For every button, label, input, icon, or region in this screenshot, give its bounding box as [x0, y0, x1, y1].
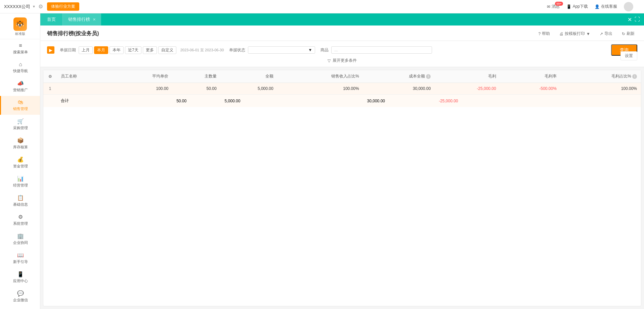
col-cost: 成本全额 i [363, 70, 435, 83]
purchase-icon: 🛒 [17, 118, 24, 124]
date-btn-more[interactable]: 更多 [143, 46, 157, 54]
date-btn-custom[interactable]: 自定义 [158, 46, 176, 54]
sidebar-item-inventory[interactable]: 📦 库存核算 [0, 134, 40, 153]
refresh-button[interactable]: ↻ 刷新 [619, 30, 637, 38]
cell-rank: 1 [43, 83, 57, 95]
app-center-icon: 📱 [17, 271, 24, 277]
settings-button[interactable]: 设置 [620, 51, 637, 60]
sidebar-item-search-order[interactable]: ≡ 搜索菜单 [0, 39, 40, 58]
online-service-label: 在线客服 [601, 4, 617, 9]
table-body: 1 100.00 50.00 5,000.00 100.00% 30,000.0… [43, 83, 641, 95]
sidebar-item-operations[interactable]: 📊 经营管理 [0, 172, 40, 191]
sidebar-item-purchase[interactable]: 🛒 采购管理 [0, 115, 40, 134]
company-selector[interactable]: XXXXXX公司 ▼ [4, 4, 36, 10]
status-label: 单据状态 [229, 47, 245, 53]
sidebar-item-member[interactable]: V 畅会员 [0, 306, 40, 309]
trial-button[interactable]: 体验行业方案 [47, 2, 79, 11]
goods-placeholder: ... [334, 48, 338, 52]
company-name: XXXXXX公司 [4, 4, 30, 10]
print-icon: 🖨 [559, 32, 563, 36]
help-label: 帮助 [542, 31, 550, 37]
page-actions: ? 帮助 🖨 按模板打印 ▼ ↗ 导出 ↻ [535, 30, 637, 38]
tab-close-window-icon[interactable]: ✕ [628, 16, 632, 23]
status-filter-group: 单据状态 ▼ [229, 46, 315, 54]
sidebar-item-sales-label: 销售管理 [13, 106, 28, 111]
table-footer: 合计 50.00 5,000.00 30,000.00 -25,000.00 [43, 95, 641, 107]
sidebar-item-marketing-label: 营销推广 [13, 88, 28, 93]
sidebar-item-guide-label: 新手引导 [13, 259, 28, 264]
help-icon: ? [538, 32, 541, 36]
sidebar-item-finance[interactable]: 💰 资金管理 [0, 153, 40, 172]
logo-text: 标准版 [15, 32, 25, 36]
quick-nav-icon: ⌂ [19, 61, 22, 67]
export-icon: ↗ [600, 32, 603, 36]
status-select[interactable]: ▼ [248, 46, 315, 54]
app-download-label: App下载 [573, 4, 588, 9]
print-button[interactable]: 🖨 按模板打印 ▼ [557, 30, 593, 38]
operations-icon: 📊 [17, 175, 24, 182]
top-right-actions: ✉ 消息 99+ 📱 App下载 👤 在线客服 [547, 2, 640, 11]
help-button[interactable]: ? 帮助 [535, 30, 553, 38]
basic-info-icon: 📋 [17, 195, 24, 201]
goods-select[interactable]: ... [331, 46, 432, 54]
sidebar-item-app-center[interactable]: 📱 应用中心 [0, 268, 40, 287]
sidebar-item-system-label: 系统管理 [13, 221, 28, 226]
settings-label: 设置 [625, 53, 633, 58]
col-main-qty: 主数量 [172, 70, 220, 83]
filter-expand-icon[interactable]: ▶ [47, 46, 54, 54]
table-row: 1 100.00 50.00 5,000.00 100.00% 30,000.0… [43, 83, 641, 95]
cell-name [57, 83, 115, 95]
date-btn-this-year[interactable]: 本年 [110, 46, 124, 54]
message-button[interactable]: ✉ 消息 99+ [547, 4, 560, 9]
enterprise-icon: 🏢 [17, 233, 24, 239]
sidebar-item-quick-nav[interactable]: ⌂ 快捷导航 [0, 58, 40, 77]
date-btn-prev-month[interactable]: 上月 [79, 46, 93, 54]
avatar[interactable] [624, 2, 633, 11]
cell-sales-pct: 100.00% [277, 83, 363, 95]
footer-row: 合计 50.00 5,000.00 30,000.00 -25,000.00 [43, 95, 641, 107]
page-header: 销售排行榜(按业务员) ? 帮助 🖨 按模板打印 ▼ ↗ [40, 25, 644, 41]
online-service-button[interactable]: 👤 在线客服 [595, 4, 617, 9]
footer-amount: 5,000.00 [221, 95, 277, 107]
date-btn-this-month[interactable]: 本月 [94, 46, 108, 54]
top-bar: XXXXXX公司 ▼ ⚙ 体验行业方案 ✉ 消息 99+ 📱 App下载 👤 在… [0, 0, 644, 13]
export-button[interactable]: ↗ 导出 [597, 30, 615, 38]
filter-row: ▶ 单据日期 上月 本月 本年 近7天 更多 自定义 2023-06-01 至 … [47, 44, 637, 56]
sidebar-item-marketing[interactable]: 📣 营销推广 [0, 77, 40, 96]
tab-home[interactable]: 首页 [40, 13, 62, 25]
topbar-gear-icon[interactable]: ⚙ [38, 3, 43, 10]
tab-close-icon[interactable]: ✕ [93, 17, 96, 22]
col-sales-pct: 销售收入占比% [277, 70, 363, 83]
more-conditions-toggle[interactable]: ▽ 展开更多条件 [47, 56, 637, 63]
sidebar-item-operations-label: 经营管理 [13, 183, 28, 188]
sidebar-item-inventory-label: 库存核算 [13, 145, 28, 150]
col-settings[interactable]: ⚙ [43, 70, 57, 83]
tab-home-label: 首页 [47, 16, 56, 22]
sidebar-item-enterprise[interactable]: 🏢 企业协同 [0, 229, 40, 249]
sidebar-item-app-center-label: 应用中心 [13, 278, 28, 284]
tab-sales-ranking[interactable]: 销售排行榜 ✕ [62, 13, 101, 25]
sidebar-item-wechat[interactable]: 💬 企业微信 [0, 287, 40, 306]
sidebar-item-guide[interactable]: 📖 新手引导 [0, 249, 40, 268]
print-label: 按模板打印 [565, 31, 585, 37]
footer-avg-price [115, 95, 172, 107]
cell-avg-price: 100.00 [115, 83, 172, 95]
footer-empty [43, 95, 57, 107]
filter-area: ▶ 单据日期 上月 本月 本年 近7天 更多 自定义 2023-06-01 至 … [40, 41, 644, 67]
finance-icon: 💰 [17, 156, 24, 163]
footer-cost: 30,000.00 [363, 95, 435, 107]
col-gross-rate: 毛利率 [500, 70, 561, 83]
sidebar-item-basic-info[interactable]: 📋 基础信息 [0, 191, 40, 210]
print-chevron-icon: ▼ [586, 32, 590, 36]
sidebar-item-enterprise-label: 企业协同 [13, 240, 28, 245]
page-title: 销售排行榜(按业务员) [47, 30, 99, 37]
service-icon: 👤 [595, 4, 600, 9]
company-chevron-icon: ▼ [32, 5, 36, 8]
sidebar-item-sales[interactable]: 🛍 销售管理 [0, 96, 40, 115]
tab-bar: 首页 销售排行榜 ✕ ✕ ⛶ [40, 13, 644, 25]
app-download-button[interactable]: 📱 App下载 [566, 4, 588, 9]
date-btn-7days[interactable]: 近7天 [125, 46, 141, 54]
tab-maximize-icon[interactable]: ⛶ [635, 16, 640, 22]
sidebar-item-wechat-label: 企业微信 [13, 298, 28, 303]
sidebar-item-system[interactable]: ⚙ 系统管理 [0, 210, 40, 229]
